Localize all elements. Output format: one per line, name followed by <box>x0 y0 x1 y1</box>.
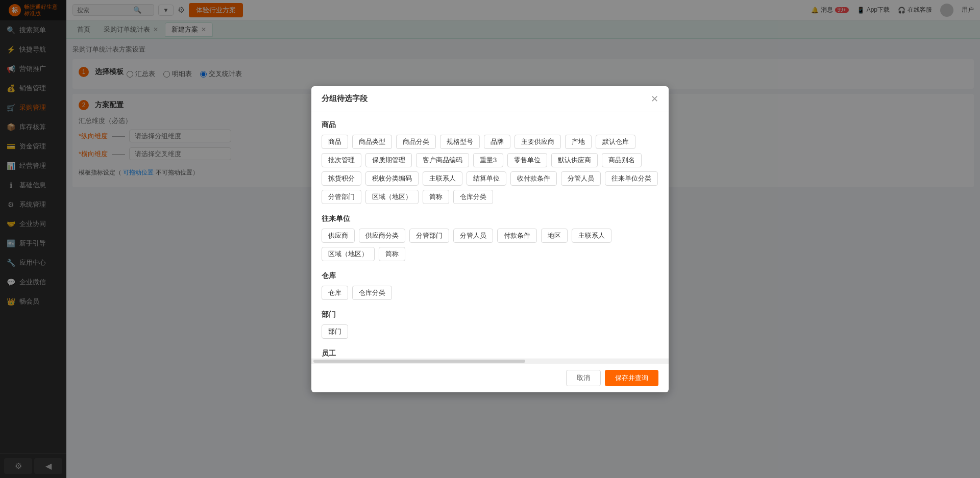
field-group-0: 商品商品商品类型商品分类规格型号品牌主要供应商产地默认仓库批次管理保质期管理客户… <box>322 120 658 204</box>
field-group-title-2: 仓库 <box>322 271 658 281</box>
field-chip-0-13[interactable]: 默认供应商 <box>551 153 598 167</box>
field-chip-0-6[interactable]: 产地 <box>565 135 592 149</box>
field-chip-0-2[interactable]: 商品分类 <box>396 135 436 149</box>
field-chip-1-0[interactable]: 供应商 <box>322 229 355 243</box>
field-chip-0-3[interactable]: 规格型号 <box>440 135 480 149</box>
field-chip-0-14[interactable]: 商品别名 <box>602 153 642 167</box>
field-group-2: 仓库仓库仓库分类 <box>322 271 658 300</box>
cancel-button[interactable]: 取消 <box>566 370 601 386</box>
field-chip-1-2[interactable]: 分管部门 <box>409 229 449 243</box>
modal-footer: 取消 保存并查询 <box>311 363 669 392</box>
field-group-3: 部门部门 <box>322 310 658 339</box>
field-chip-0-18[interactable]: 结算单位 <box>467 171 506 186</box>
field-chip-0-9[interactable]: 保质期管理 <box>365 153 412 167</box>
field-chip-0-19[interactable]: 收付款条件 <box>510 171 557 186</box>
field-chip-1-1[interactable]: 供应商分类 <box>359 229 405 243</box>
field-chip-0-0[interactable]: 商品 <box>322 135 348 149</box>
horizontal-scrollbar-thumb <box>313 360 525 363</box>
field-chip-3-0[interactable]: 部门 <box>322 324 348 339</box>
field-chip-0-25[interactable]: 仓库分类 <box>453 190 493 204</box>
modal-body[interactable]: 商品商品商品类型商品分类规格型号品牌主要供应商产地默认仓库批次管理保质期管理客户… <box>311 112 669 359</box>
field-group-title-4: 员工 <box>322 349 658 358</box>
field-chip-0-23[interactable]: 区域（地区） <box>365 190 419 204</box>
modal-overlay: 分组待选字段 ✕ 商品商品商品类型商品分类规格型号品牌主要供应商产地默认仓库批次… <box>0 0 980 478</box>
field-chip-2-1[interactable]: 仓库分类 <box>352 286 392 300</box>
field-chip-1-5[interactable]: 地区 <box>541 229 568 243</box>
field-chip-0-24[interactable]: 简称 <box>423 190 449 204</box>
field-chip-0-4[interactable]: 品牌 <box>484 135 510 149</box>
field-chip-0-15[interactable]: 拣货积分 <box>322 171 361 186</box>
confirm-button[interactable]: 保存并查询 <box>605 370 658 386</box>
modal-header: 分组待选字段 ✕ <box>311 86 669 112</box>
field-chips-3: 部门 <box>322 324 658 339</box>
modal-dialog: 分组待选字段 ✕ 商品商品商品类型商品分类规格型号品牌主要供应商产地默认仓库批次… <box>311 86 669 392</box>
field-chip-0-16[interactable]: 税收分类编码 <box>365 171 419 186</box>
field-chips-2: 仓库仓库分类 <box>322 286 658 300</box>
field-chip-0-11[interactable]: 重量3 <box>473 153 503 167</box>
field-group-title-3: 部门 <box>322 310 658 319</box>
field-chip-0-22[interactable]: 分管部门 <box>322 190 361 204</box>
modal-horizontal-scrollbar[interactable] <box>311 359 669 363</box>
field-group-title-1: 往来单位 <box>322 214 658 223</box>
field-chip-0-20[interactable]: 分管人员 <box>561 171 601 186</box>
field-chips-0: 商品商品类型商品分类规格型号品牌主要供应商产地默认仓库批次管理保质期管理客户商品… <box>322 135 658 204</box>
field-chip-0-1[interactable]: 商品类型 <box>352 135 392 149</box>
field-group-1: 往来单位供应商供应商分类分管部门分管人员付款条件地区主联系人区域（地区）简称 <box>322 214 658 261</box>
field-chip-0-21[interactable]: 往来单位分类 <box>605 171 658 186</box>
field-chip-1-7[interactable]: 区域（地区） <box>322 247 375 261</box>
field-chip-0-7[interactable]: 默认仓库 <box>596 135 635 149</box>
field-chip-1-4[interactable]: 付款条件 <box>497 229 537 243</box>
field-chip-0-8[interactable]: 批次管理 <box>322 153 361 167</box>
modal-close-button[interactable]: ✕ <box>651 93 658 105</box>
field-chip-0-12[interactable]: 零售单位 <box>507 153 547 167</box>
field-chip-1-3[interactable]: 分管人员 <box>453 229 493 243</box>
field-chip-1-8[interactable]: 简称 <box>379 247 405 261</box>
field-group-title-0: 商品 <box>322 120 658 130</box>
field-chip-1-6[interactable]: 主联系人 <box>572 229 611 243</box>
field-chips-1: 供应商供应商分类分管部门分管人员付款条件地区主联系人区域（地区）简称 <box>322 229 658 261</box>
field-chip-2-0[interactable]: 仓库 <box>322 286 348 300</box>
field-chip-0-17[interactable]: 主联系人 <box>423 171 462 186</box>
field-chip-0-5[interactable]: 主要供应商 <box>514 135 561 149</box>
modal-title: 分组待选字段 <box>322 94 368 104</box>
field-group-4: 员工业务员 <box>322 349 658 359</box>
field-chip-0-10[interactable]: 客户商品编码 <box>416 153 469 167</box>
